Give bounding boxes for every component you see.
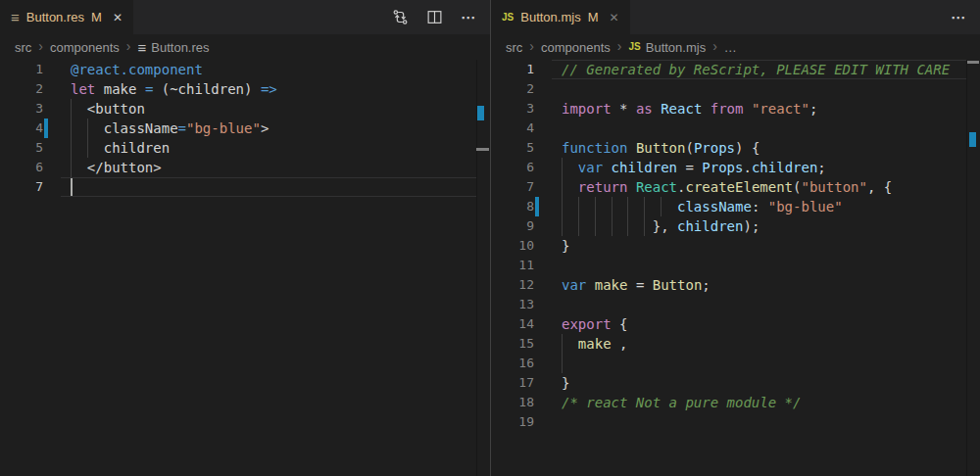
overview-modified-marker	[969, 132, 976, 147]
line-number: 15	[491, 334, 534, 354]
code-line[interactable]: 3import * as React from "react";	[491, 99, 980, 119]
code-editor: 1@react.component2let make = (~children)…	[0, 0, 490, 476]
code-text: children	[71, 138, 170, 158]
code-text: return React.createElement("button", {	[562, 177, 892, 197]
code-line[interactable]: 13	[491, 295, 980, 314]
code-line[interactable]: 4 className="bg-blue">	[0, 119, 490, 138]
line-number: 1	[491, 60, 534, 79]
text-cursor	[71, 178, 73, 196]
line-number: 3	[0, 99, 43, 119]
line-number: 12	[491, 275, 534, 295]
line-number: 2	[0, 79, 43, 99]
code-text: className: "bg-blue"	[562, 197, 843, 216]
code-line[interactable]: 2let make = (~children) =>	[0, 79, 490, 99]
line-number: 4	[0, 119, 43, 138]
overview-ruler-border	[966, 60, 967, 476]
line-number: 7	[0, 177, 43, 197]
code-line[interactable]: 9 }, children);	[491, 216, 980, 236]
code-text: let make = (~children) =>	[71, 79, 277, 99]
code-text: var make = Button;	[562, 275, 710, 295]
line-number: 19	[491, 412, 534, 432]
overview-cursor-marker	[476, 148, 489, 151]
code-line[interactable]: 2	[491, 79, 980, 99]
code-line[interactable]: 1// Generated by ReScript, PLEASE EDIT W…	[491, 60, 980, 79]
code-line[interactable]: 3 <button	[0, 99, 490, 119]
code-text: make ,	[562, 334, 627, 354]
code-line[interactable]: 1@react.component	[0, 60, 490, 79]
line-number: 14	[491, 314, 534, 334]
code-line[interactable]: 6 var children = Props.children;	[491, 158, 980, 177]
vscode-editor-window: ≡Button.resM✕⋯src›components›≡Button.res…	[0, 0, 980, 476]
code-line[interactable]: 6 </button>	[0, 158, 490, 177]
line-number: 8	[491, 197, 534, 216]
line-number: 1	[0, 60, 43, 79]
line-number: 17	[491, 373, 534, 393]
line-number: 5	[491, 138, 534, 158]
line-number: 6	[0, 158, 43, 177]
code-line[interactable]: 10}	[491, 236, 980, 256]
code-editor: 1// Generated by ReScript, PLEASE EDIT W…	[491, 0, 980, 476]
code-line[interactable]: 7	[0, 177, 490, 197]
line-number: 6	[491, 158, 534, 177]
line-number: 5	[0, 138, 43, 158]
line-number: 13	[491, 295, 534, 314]
code-line[interactable]: 12var make = Button;	[491, 275, 980, 295]
overview-modified-marker	[477, 106, 484, 120]
code-text: </button>	[71, 158, 162, 177]
code-line[interactable]: 11	[491, 256, 980, 275]
code-line[interactable]: 19	[491, 412, 980, 432]
gutter-modified-indicator	[44, 119, 48, 138]
code-line[interactable]: 8 className: "bg-blue"	[491, 197, 980, 216]
line-number: 3	[491, 99, 534, 119]
gutter-modified-indicator	[535, 197, 539, 216]
overview-ruler-border	[476, 60, 477, 476]
line-number: 2	[491, 79, 534, 99]
line-number: 7	[491, 177, 534, 197]
code-text: var children = Props.children;	[562, 158, 826, 177]
code-line[interactable]: 17}	[491, 373, 980, 393]
code-line[interactable]: 18/* react Not a pure module */	[491, 393, 980, 412]
code-text: // Generated by ReScript, PLEASE EDIT WI…	[562, 60, 950, 79]
code-text: className="bg-blue">	[71, 119, 269, 138]
code-line[interactable]: 7 return React.createElement("button", {	[491, 177, 980, 197]
code-text: function Button(Props) {	[562, 138, 760, 158]
editor-pane-right: JSButton.mjsM✕⋯src›components›JSButton.m…	[490, 0, 980, 476]
code-line[interactable]: 5function Button(Props) {	[491, 138, 980, 158]
line-number: 16	[491, 354, 534, 373]
code-text: }, children);	[562, 216, 760, 236]
code-line[interactable]: 14export {	[491, 314, 980, 334]
code-line[interactable]: 15 make ,	[491, 334, 980, 354]
indent-guide	[562, 354, 563, 373]
code-text: @react.component	[71, 60, 203, 79]
code-text: }	[562, 373, 569, 393]
overview-cursor-marker	[967, 61, 979, 64]
code-text: export {	[562, 314, 627, 334]
line-number: 11	[491, 256, 534, 275]
code-text: }	[562, 236, 569, 256]
code-text: import * as React from "react";	[562, 99, 817, 119]
code-line[interactable]: 16	[491, 354, 980, 373]
line-number: 18	[491, 393, 534, 412]
line-number: 10	[491, 236, 534, 256]
current-line-highlight	[61, 177, 476, 197]
line-number: 9	[491, 216, 534, 236]
line-number: 4	[491, 119, 534, 138]
code-line[interactable]: 5 children	[0, 138, 490, 158]
code-line[interactable]: 4	[491, 119, 980, 138]
code-text: <button	[71, 99, 145, 119]
code-text: /* react Not a pure module */	[562, 393, 801, 412]
editor-pane-left: ≡Button.resM✕⋯src›components›≡Button.res…	[0, 0, 490, 476]
